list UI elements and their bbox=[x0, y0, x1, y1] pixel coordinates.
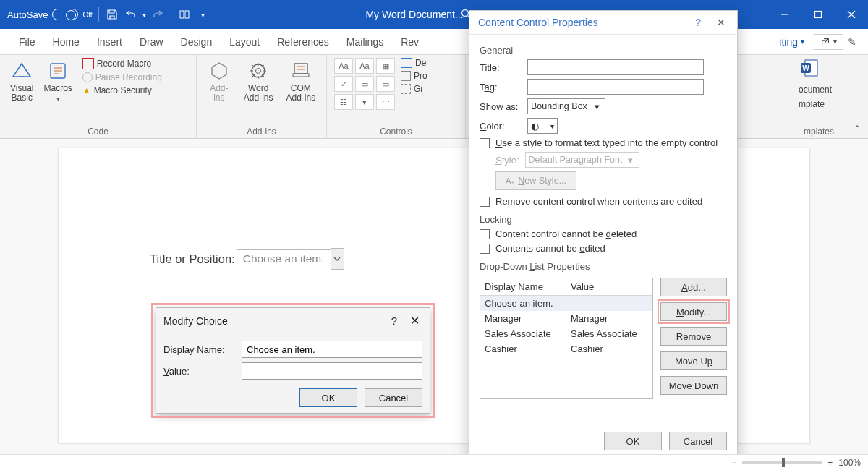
close-button[interactable] bbox=[835, 0, 868, 29]
comments-icon[interactable]: ✎ bbox=[848, 36, 856, 48]
word-addins-button[interactable]: Word Add-ins bbox=[241, 58, 276, 104]
tab-review[interactable]: Rev bbox=[393, 32, 426, 52]
zoom-out-button[interactable]: − bbox=[731, 458, 736, 468]
checkbox-icon bbox=[480, 138, 490, 148]
title-input[interactable] bbox=[527, 59, 704, 75]
color-picker[interactable]: ◐▾ bbox=[527, 118, 558, 134]
cancel-button[interactable]: Cancel bbox=[669, 432, 727, 450]
svg-rect-0 bbox=[180, 11, 184, 18]
dialog-title: Modify Choice bbox=[163, 315, 228, 327]
tab-file[interactable]: File bbox=[12, 32, 43, 52]
zoom-in-button[interactable]: + bbox=[827, 458, 833, 468]
close-icon[interactable]: ✕ bbox=[407, 314, 422, 328]
help-icon[interactable]: ? bbox=[682, 17, 714, 28]
addins-button[interactable]: Add- ins bbox=[205, 58, 234, 104]
tab-draw[interactable]: Draw bbox=[132, 32, 171, 52]
editing-mode-button[interactable]: iting▾ bbox=[774, 33, 809, 51]
minimize-button[interactable] bbox=[768, 0, 801, 29]
close-icon[interactable]: ✕ bbox=[714, 17, 728, 28]
maximize-button[interactable] bbox=[801, 0, 835, 29]
visual-basic-icon bbox=[10, 59, 33, 82]
control-icon[interactable]: ⋯ bbox=[376, 94, 395, 110]
tab-home[interactable]: Home bbox=[46, 32, 87, 52]
ok-button[interactable]: OK bbox=[604, 432, 662, 450]
group-controls: Aa Aa ▦ ✓ ▭ ▭ ☷ ▾ ⋯ De Pro Gr Controls bbox=[327, 55, 466, 138]
properties-button[interactable]: Pro bbox=[401, 71, 427, 81]
remove-cc-checkbox[interactable]: Remove content control when contents are… bbox=[480, 196, 727, 207]
ribbon-tabs: File Home Insert Draw Design Layout Refe… bbox=[0, 29, 868, 55]
tag-input[interactable] bbox=[527, 79, 704, 95]
modify-button[interactable]: Modify... bbox=[660, 302, 727, 321]
tag-label: Tag: bbox=[480, 82, 522, 93]
list-item[interactable]: CashierCashier bbox=[480, 341, 652, 356]
save-icon[interactable] bbox=[105, 7, 119, 22]
ribbon: Visual Basic Macros ▾ Record Macro Pause… bbox=[0, 55, 868, 139]
list-item[interactable]: Choose an item. bbox=[480, 296, 652, 311]
control-icon[interactable]: ☷ bbox=[334, 94, 353, 110]
group-button[interactable]: Gr bbox=[401, 84, 427, 94]
redo-icon[interactable] bbox=[150, 7, 165, 22]
help-icon[interactable]: ? bbox=[381, 315, 407, 327]
control-icon[interactable]: ▦ bbox=[376, 58, 395, 74]
collapse-ribbon-button[interactable]: ⌃ bbox=[846, 119, 868, 138]
move-up-button[interactable]: Move Up bbox=[660, 351, 727, 370]
qat-icon-1[interactable] bbox=[177, 7, 192, 22]
chevron-down-icon[interactable] bbox=[331, 248, 344, 270]
content-control-dropdown[interactable]: Choose an item. bbox=[237, 248, 344, 270]
display-name-input[interactable] bbox=[242, 341, 422, 358]
use-style-checkbox[interactable]: Use a style to format text typed into th… bbox=[480, 137, 727, 148]
control-icon[interactable]: Aa bbox=[334, 58, 353, 74]
com-addins-button[interactable]: COM Add-ins bbox=[284, 58, 319, 104]
tab-design[interactable]: Design bbox=[174, 32, 220, 52]
section-locking: Locking bbox=[480, 214, 727, 225]
control-icon[interactable]: ✓ bbox=[334, 76, 353, 92]
autosave-toggle[interactable]: AutoSave Off bbox=[7, 9, 93, 20]
record-macro-button[interactable]: Record Macro bbox=[82, 58, 162, 69]
value-label: Value: bbox=[163, 366, 236, 377]
design-mode-button[interactable]: De bbox=[401, 58, 427, 68]
visual-basic-button[interactable]: Visual Basic bbox=[7, 58, 36, 104]
cancel-button[interactable]: Cancel bbox=[365, 388, 422, 407]
document-area: Title or Position: Choose an item. bbox=[0, 139, 868, 454]
control-icon[interactable]: ▾ bbox=[355, 94, 374, 110]
list-item[interactable]: ManagerManager bbox=[480, 311, 652, 326]
lock-delete-checkbox[interactable]: Content control cannot be deleted bbox=[480, 228, 727, 239]
new-style-icon: A₊ bbox=[506, 176, 515, 186]
pause-recording-button: Pause Recording bbox=[82, 72, 162, 82]
value-input[interactable] bbox=[242, 362, 422, 380]
tab-references[interactable]: References bbox=[270, 32, 336, 52]
macro-security-button[interactable]: ▲Macro Security bbox=[82, 85, 162, 95]
checkbox-icon bbox=[480, 229, 490, 239]
add-button[interactable]: Add... bbox=[660, 278, 727, 296]
checkbox-icon bbox=[480, 244, 490, 254]
display-name-label: Display Name: bbox=[163, 344, 236, 355]
col-value: Value bbox=[566, 278, 652, 295]
autosave-state: Off bbox=[82, 11, 92, 19]
zoom-slider[interactable] bbox=[742, 461, 822, 464]
qat-dropdown-icon[interactable]: ▾ bbox=[196, 7, 210, 22]
svg-rect-1 bbox=[185, 11, 189, 18]
list-item[interactable]: Sales AssociateSales Associate bbox=[480, 326, 652, 341]
lock-edit-checkbox[interactable]: Contents cannot be edited bbox=[480, 243, 727, 254]
zoom-level[interactable]: 100% bbox=[838, 458, 861, 468]
control-icon[interactable]: ▭ bbox=[376, 76, 395, 92]
move-down-button[interactable]: Move Down bbox=[660, 376, 727, 395]
chevron-down-icon: ▾ bbox=[592, 101, 602, 111]
undo-icon[interactable] bbox=[124, 7, 138, 22]
control-icon[interactable]: ▭ bbox=[355, 76, 374, 92]
controls-gallery[interactable]: Aa Aa ▦ ✓ ▭ ▭ ☷ ▾ ⋯ bbox=[334, 58, 395, 110]
style-select: Default Paragraph Font▾ bbox=[525, 152, 639, 168]
showas-select[interactable]: Bounding Box▾ bbox=[527, 98, 605, 114]
share-button[interactable]: ▾ bbox=[814, 34, 843, 50]
word-addins-icon bbox=[247, 59, 270, 82]
svg-rect-11 bbox=[294, 64, 307, 74]
control-icon[interactable]: Aa bbox=[355, 58, 374, 74]
remove-button[interactable]: Remove bbox=[660, 327, 727, 346]
tab-insert[interactable]: Insert bbox=[90, 32, 129, 52]
tab-layout[interactable]: Layout bbox=[222, 32, 267, 52]
macros-button[interactable]: Macros ▾ bbox=[41, 58, 75, 104]
dropdown-list-table[interactable]: Display NameValue Choose an item. Manage… bbox=[480, 278, 653, 399]
tab-mailings[interactable]: Mailings bbox=[339, 32, 391, 52]
svg-point-10 bbox=[256, 69, 261, 74]
ok-button[interactable]: OK bbox=[299, 388, 357, 407]
